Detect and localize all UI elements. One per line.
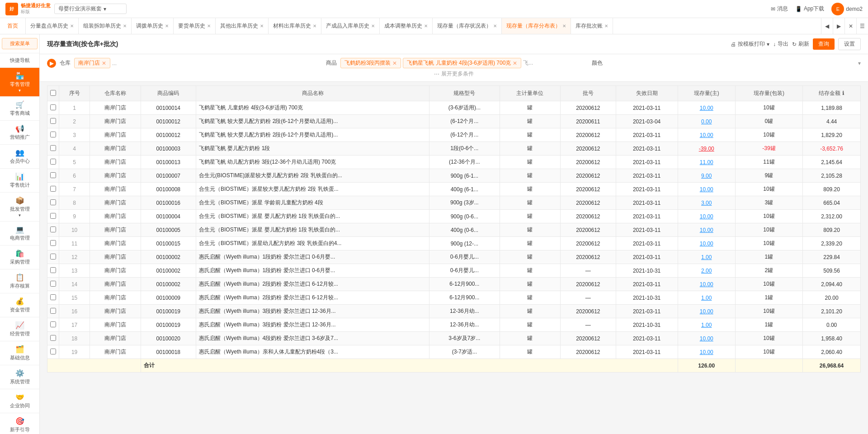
user-menu[interactable]: E demo2: [831, 3, 863, 15]
tab-fenpan[interactable]: 分量盘点单历史 ✕: [26, 18, 79, 34]
tab-close-kucun-batch[interactable]: ✕: [604, 24, 608, 28]
row-checkbox-4[interactable]: [47, 156, 59, 169]
row-checkbox-0[interactable]: [47, 101, 59, 115]
row-qty-main-15[interactable]: 10.00: [678, 305, 735, 318]
sidebar-item-member[interactable]: 👥 会员中心: [0, 145, 39, 169]
message-button[interactable]: ✉ 消息: [771, 5, 788, 13]
sidebar-item-inventory[interactable]: 📋 库存核算: [0, 269, 39, 293]
sidebar-item-wholesale[interactable]: 📦 批发管理 ▼: [0, 193, 39, 222]
tab-close-yaohuo[interactable]: ✕: [207, 24, 211, 28]
tab-close-all-button[interactable]: ✕: [844, 18, 856, 34]
row-qty-main-5[interactable]: 9.00: [678, 169, 735, 183]
row-checkbox-16[interactable]: [47, 318, 59, 332]
tab-menu-button[interactable]: ☰: [856, 18, 868, 34]
product-tag-1[interactable]: 飞鹤奶粉3段丙摆装 ✕: [340, 58, 401, 68]
row-qty-main-8[interactable]: 10.00: [678, 210, 735, 223]
sidebar-item-ecommerce[interactable]: 💻 电商管理: [0, 222, 39, 245]
tab-chengpin[interactable]: 产成品入库单历史 ✕: [321, 18, 380, 34]
settings-button[interactable]: 设置: [838, 38, 861, 50]
row-qty-main-11[interactable]: 1.00: [678, 250, 735, 264]
warehouse-select[interactable]: 母婴行业演示账套 ▾: [54, 4, 127, 14]
tab-next-button[interactable]: ▶: [833, 18, 844, 34]
sidebar-item-guide[interactable]: 🎯 新手引导: [0, 413, 39, 434]
row-checkbox-8[interactable]: [47, 210, 59, 223]
row-qty-main-7[interactable]: 3.00: [678, 196, 735, 210]
search-menu-button[interactable]: 搜索菜单: [2, 38, 38, 49]
row-checkbox-15[interactable]: [47, 305, 59, 318]
header-checkbox[interactable]: [47, 86, 59, 101]
tab-close-chengben[interactable]: ✕: [424, 24, 428, 28]
sidebar-item-basic-info[interactable]: 🗂️ 基础信息: [0, 341, 39, 365]
print-button[interactable]: 🖨 按模板打印 ▾: [731, 40, 769, 48]
sidebar-item-collab[interactable]: 🤝 企业协同: [0, 389, 39, 413]
sidebar-item-retail-shop[interactable]: 🛒 零售商城: [0, 97, 39, 121]
tab-kucun-batch[interactable]: 库存批次账 ✕: [571, 18, 613, 34]
quick-nav-button[interactable]: 快捷导航: [0, 55, 39, 66]
sidebar-item-operations[interactable]: 📈 经营管理: [0, 317, 39, 341]
export-button[interactable]: ↓ 导出: [773, 40, 788, 48]
tab-prev-button[interactable]: ◀: [821, 18, 833, 34]
row-qty-main-6[interactable]: 10.00: [678, 183, 735, 196]
row-checkbox-18[interactable]: [47, 345, 59, 359]
row-qty-main-13[interactable]: 10.00: [678, 278, 735, 291]
tab-home[interactable]: 首页: [0, 18, 26, 34]
sidebar-item-system[interactable]: ⚙️ 系统管理: [0, 365, 39, 389]
tab-close-qita[interactable]: ✕: [260, 24, 264, 28]
warehouse-tag[interactable]: 南岸门店 ✕: [74, 58, 110, 68]
filter-toggle-button[interactable]: ▶: [47, 59, 56, 68]
tab-xiancun-status[interactable]: 现存量（库存状况表） ✕: [433, 18, 502, 34]
tab-qita[interactable]: 其他出库单历史 ✕: [216, 18, 269, 34]
row-checkbox-12[interactable]: [47, 264, 59, 278]
tab-yaohuo[interactable]: 要货单历史 ✕: [174, 18, 216, 34]
row-qty-main-12[interactable]: 2.00: [678, 264, 735, 278]
tab-close-diaoping[interactable]: ✕: [165, 24, 169, 28]
tab-zuzhuang[interactable]: 组装拆卸单历史 ✕: [79, 18, 132, 34]
app-download-button[interactable]: 📱 App下载: [795, 5, 824, 13]
row-checkbox-9[interactable]: [47, 223, 59, 237]
row-qty-main-14[interactable]: 1.00: [678, 291, 735, 305]
row-qty-main-3[interactable]: -39.00: [678, 142, 735, 156]
row-checkbox-3[interactable]: [47, 142, 59, 156]
row-checkbox-2[interactable]: [47, 128, 59, 142]
sidebar-item-retail-mgmt[interactable]: 🏪 零售管理 ▼: [0, 68, 39, 97]
row-qty-main-0[interactable]: 10.00: [678, 101, 735, 115]
product-tag-2-close[interactable]: ✕: [513, 60, 517, 66]
refresh-button[interactable]: ↻ 刷新: [792, 40, 809, 48]
tab-close-chengpin[interactable]: ✕: [371, 24, 375, 28]
row-qty-main-18[interactable]: 10.00: [678, 345, 735, 359]
tab-close-zuzhuang[interactable]: ✕: [123, 24, 127, 28]
row-qty-main-16[interactable]: 1.00: [678, 318, 735, 332]
row-checkbox-1[interactable]: [47, 115, 59, 128]
row-qty-main-2[interactable]: 10.00: [678, 128, 735, 142]
row-qty-main-17[interactable]: 10.00: [678, 332, 735, 345]
sidebar-item-purchase[interactable]: 🛍️ 采购管理: [0, 245, 39, 269]
row-qty-main-4[interactable]: 11.00: [678, 156, 735, 169]
row-checkbox-14[interactable]: [47, 291, 59, 305]
tab-xiancun-dist[interactable]: 现存量（库存分布表） ✕: [502, 18, 571, 34]
tab-cailiao[interactable]: 材料出库单历史 ✕: [269, 18, 321, 34]
row-qty-main-9[interactable]: 10.00: [678, 223, 735, 237]
tab-chengben[interactable]: 成本调整单历史 ✕: [380, 18, 433, 34]
row-checkbox-10[interactable]: [47, 237, 59, 250]
product-tag-2[interactable]: 飞鹤星飞帆 儿童奶粉 4段(3-6岁适用) 700克 ✕: [403, 58, 521, 68]
row-checkbox-11[interactable]: [47, 250, 59, 264]
warehouse-tag-close[interactable]: ✕: [102, 60, 106, 66]
row-checkbox-17[interactable]: [47, 332, 59, 345]
row-qty-main-1[interactable]: 0.00: [678, 115, 735, 128]
tab-close-fenpan[interactable]: ✕: [70, 24, 74, 28]
row-checkbox-7[interactable]: [47, 196, 59, 210]
select-all-checkbox[interactable]: [50, 90, 56, 96]
tab-close-cailiao[interactable]: ✕: [313, 24, 316, 28]
expand-filter-button[interactable]: ⋯ 展开更多条件: [47, 70, 861, 78]
row-checkbox-5[interactable]: [47, 169, 59, 183]
sidebar-item-marketing[interactable]: 📢 营销推广: [0, 121, 39, 145]
tab-close-xiancun-dist[interactable]: ✕: [562, 24, 566, 28]
sidebar-item-retail-stats[interactable]: 📊 零售统计: [0, 169, 39, 193]
query-button[interactable]: 查询: [813, 38, 835, 50]
tab-close-xiancun-status[interactable]: ✕: [493, 24, 497, 28]
tab-diaoping[interactable]: 调拨单历史 ✕: [132, 18, 174, 34]
row-checkbox-6[interactable]: [47, 183, 59, 196]
product-tag-1-close[interactable]: ✕: [392, 60, 397, 66]
sidebar-item-finance[interactable]: 💰 资金管理: [0, 293, 39, 317]
row-qty-main-10[interactable]: 10.00: [678, 237, 735, 250]
